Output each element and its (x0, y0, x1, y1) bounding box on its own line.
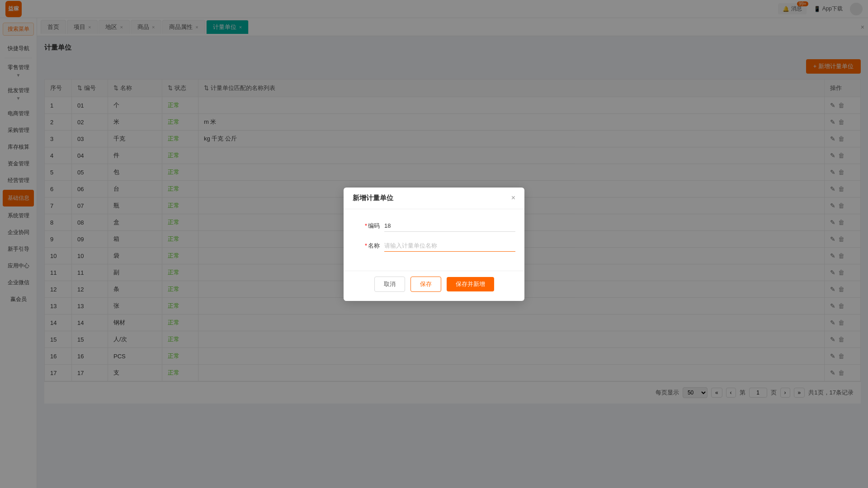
cancel-button[interactable]: 取消 (374, 277, 405, 292)
name-label: *名称 (353, 242, 380, 250)
name-form-row: *名称 (353, 240, 515, 252)
code-form-row: *编码 (353, 220, 515, 232)
code-required-mark: * (365, 222, 367, 229)
modal-title: 新增计量单位 (353, 194, 393, 202)
save-button[interactable]: 保存 (410, 277, 441, 292)
modal-footer: 取消 保存 保存并新增 (344, 271, 524, 301)
modal-header: 新增计量单位 × (344, 188, 524, 209)
modal-close-button[interactable]: × (511, 194, 515, 202)
code-label: *编码 (353, 222, 380, 230)
modal-body: *编码 *名称 (344, 209, 524, 271)
save-and-new-button[interactable]: 保存并新增 (447, 277, 494, 291)
name-required-mark: * (365, 242, 367, 249)
name-input[interactable] (384, 240, 515, 252)
add-unit-modal: 新增计量单位 × *编码 *名称 取消 保存 保存并新增 (344, 188, 524, 301)
code-input[interactable] (384, 220, 515, 232)
modal-overlay: 新增计量单位 × *编码 *名称 取消 保存 保存并新增 (0, 0, 868, 488)
